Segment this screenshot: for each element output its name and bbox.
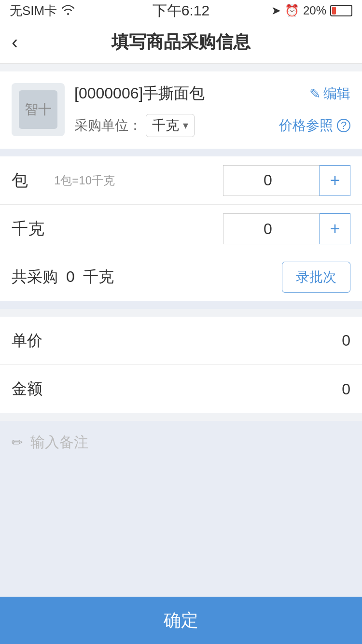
- product-name: [0000006]手撕面包: [74, 83, 205, 104]
- battery-icon: [330, 5, 352, 16]
- location-icon: ➤: [271, 4, 281, 17]
- amount-row: 金额 0: [0, 365, 362, 413]
- unit-price-label: 单价: [12, 330, 42, 351]
- divider-2: [0, 301, 362, 309]
- bao-input-row: 包 1包=10千克 +: [0, 156, 362, 205]
- back-button[interactable]: ‹: [12, 31, 18, 53]
- price-section: 单价 0 金额 0: [0, 317, 362, 413]
- input-section: 包 1包=10千克 + 千克 +: [0, 156, 362, 253]
- bao-plus-button[interactable]: +: [320, 165, 350, 196]
- kg-plus-button[interactable]: +: [320, 213, 350, 244]
- help-icon: ?: [337, 119, 350, 132]
- carrier-text: 无SIM卡: [10, 2, 57, 19]
- status-bar: 无SIM卡 下午6:12 ➤ ⏰ 20%: [0, 0, 362, 21]
- kg-input[interactable]: [223, 213, 320, 244]
- kg-input-control: +: [223, 213, 350, 244]
- edit-label: 编辑: [323, 84, 350, 103]
- bao-input-control: +: [223, 165, 350, 196]
- summary-row: 共采购 0 千克 录批次: [0, 253, 362, 301]
- summary-unit: 千克: [83, 268, 114, 285]
- divider-1: [0, 149, 362, 156]
- price-ref-label: 价格参照: [279, 116, 333, 135]
- battery-percent: 20%: [303, 4, 326, 17]
- price-reference-button[interactable]: 价格参照 ?: [279, 116, 350, 135]
- summary-text: 共采购 0 千克: [12, 266, 114, 288]
- summary-value: 0: [66, 268, 75, 285]
- kg-label: 千克: [12, 218, 50, 240]
- status-bar-right: ➤ ⏰ 20%: [271, 4, 352, 17]
- kg-input-row: 千克 +: [0, 205, 362, 253]
- wifi-icon: [61, 3, 75, 18]
- alarm-icon: ⏰: [285, 4, 299, 17]
- bao-sublabel: 1包=10千克: [54, 173, 223, 188]
- product-name-row: [0000006]手撕面包 ✎ 编辑: [74, 83, 350, 104]
- confirm-label: 确定: [164, 609, 198, 632]
- product-card: 智十 [0000006]手撕面包 ✎ 编辑 采购单位： 千克 ▾ 价格参照 ?: [0, 71, 362, 149]
- amount-value: 0: [342, 380, 350, 398]
- product-image: 智十: [12, 83, 65, 136]
- status-bar-time: 下午6:12: [153, 1, 209, 21]
- bao-label: 包: [12, 169, 50, 192]
- unit-price-value: 0: [342, 332, 350, 350]
- unit-price-row: 单价 0: [0, 317, 362, 365]
- unit-label: 采购单位：: [74, 116, 142, 135]
- notes-section[interactable]: ✏ 输入备注: [0, 421, 362, 464]
- dropdown-icon: ▾: [183, 119, 188, 132]
- product-info: [0000006]手撕面包 ✎ 编辑 采购单位： 千克 ▾ 价格参照 ?: [74, 83, 350, 137]
- nav-bar: ‹ 填写商品采购信息: [0, 21, 362, 64]
- notes-placeholder: 输入备注: [30, 433, 88, 452]
- notes-icon: ✏: [12, 434, 23, 450]
- unit-value: 千克: [152, 116, 179, 135]
- bao-input[interactable]: [223, 165, 320, 196]
- edit-button[interactable]: ✎ 编辑: [309, 84, 350, 103]
- product-logo: 智十: [19, 90, 57, 129]
- unit-select[interactable]: 千克 ▾: [146, 114, 195, 137]
- batch-button[interactable]: 录批次: [282, 262, 350, 293]
- status-bar-left: 无SIM卡: [10, 2, 75, 19]
- amount-label: 金额: [12, 378, 42, 400]
- summary-prefix: 共采购: [12, 268, 58, 285]
- confirm-button[interactable]: 确定: [0, 597, 362, 644]
- product-unit-row: 采购单位： 千克 ▾ 价格参照 ?: [74, 114, 350, 137]
- page-title: 填写商品采购信息: [111, 30, 251, 54]
- edit-icon: ✎: [309, 86, 320, 102]
